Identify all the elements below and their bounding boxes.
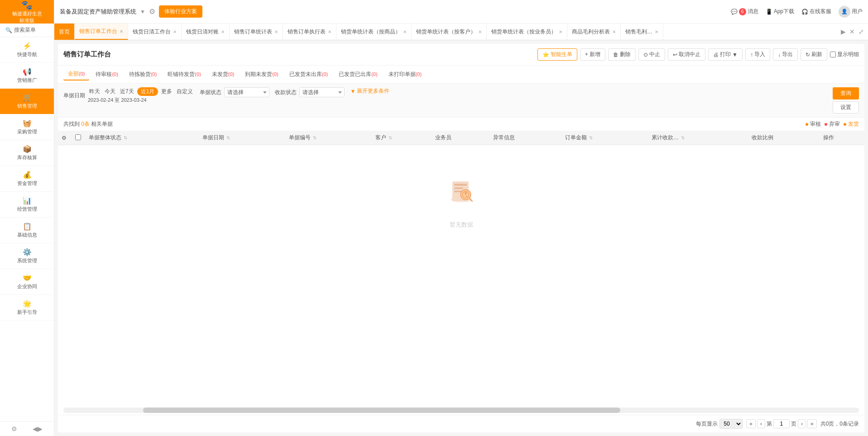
import-btn[interactable]: ↑ 导入 [745,48,770,61]
prev-page-btn[interactable]: ‹ [757,419,765,428]
sidebar-item-coop[interactable]: 🤝 企业协同 [0,269,54,295]
horizontal-scrollbar[interactable] [63,408,859,413]
last-page-btn[interactable]: » [807,419,817,428]
th-order-amount[interactable]: 订单金额 ⇅ [561,131,648,145]
per-page-select[interactable]: 10 20 50 100 [719,419,743,429]
sidebar-item-system[interactable]: ⚙️ 系统管理 [0,243,54,269]
sidebar-label-operations: 经营管理 [17,206,37,213]
sidebar-item-purchase[interactable]: 🧺 采购管理 [0,114,54,140]
th-settings[interactable]: ⚙ [58,131,72,145]
delete-icon: 🗑 [613,52,619,58]
tab-sales-workbench[interactable]: 销售订单工作台 ✕ [75,24,128,40]
ship-btn[interactable]: 发货 [844,120,859,128]
tab-sales-margin[interactable]: 销售毛利… ✕ [621,24,663,40]
tab-close-all-btn[interactable]: ✕ [848,28,856,35]
th-customer[interactable]: 客户 ⇅ [372,131,432,145]
sidebar-collapse-btn[interactable]: ◀▶ [33,425,43,432]
stop-btn[interactable]: ⊙ 中止 [638,48,665,61]
scrollbar-thumb[interactable] [143,408,620,413]
th-checkbox[interactable] [72,131,85,145]
sidebar-item-basics[interactable]: 📋 基础信息 [0,218,54,243]
tab-close-sales-workbench[interactable]: ✕ [120,29,123,34]
th-bill-date[interactable]: 单据日期 ⇅ [199,131,285,145]
tab-sales-staff-stats[interactable]: 销货单统计表（按业务员） ✕ [487,24,567,40]
refresh-btn[interactable]: ↻ 刷新 [801,48,827,61]
sidebar-settings-btn[interactable]: ⚙ [11,425,17,432]
sub-tab-shipped-out[interactable]: 已发货已出库(0) [334,69,382,80]
tab-sales-stats[interactable]: 销售订单统计表 ✕ [230,24,283,40]
online-service-btn[interactable]: 🎧 在线客服 [801,8,831,15]
sidebar-search[interactable]: 🔍 搜索菜单 [0,24,54,37]
sub-tab-unprinted[interactable]: 未打印单据(0) [384,69,426,80]
tab-cash-clearing[interactable]: 钱货日清工作台 ✕ [128,24,182,40]
tab-sales-exec[interactable]: 销售订单执行表 ✕ [283,24,336,40]
th-bill-status[interactable]: 单据整体状态 ⇅ [85,131,199,145]
sub-tab-shop-pending-ship[interactable]: 旺铺待发货(0) [163,69,205,80]
cancel-stop-btn[interactable]: ↩ 取消中止 [668,48,705,61]
select-all-checkbox[interactable] [75,134,81,140]
sidebar-item-finance[interactable]: 💰 资金管理 [0,166,54,192]
tab-home[interactable]: 首页 [54,24,75,40]
smart-create-btn[interactable]: ⭐ 智能生单 [537,48,577,61]
tab-close-sales-margin[interactable]: ✕ [655,29,658,34]
sidebar-item-sales[interactable]: 🛒 销售管理 [0,89,54,114]
date-opt-today[interactable]: 今天 [103,87,117,96]
date-opt-7days[interactable]: 近7天 [119,87,135,96]
topbar-settings-icon[interactable]: ⚙ [149,7,155,16]
topbar-dropdown-icon[interactable]: ▼ [140,9,145,15]
message-btn[interactable]: 💬 6 消息 [731,8,758,15]
next-page-btn[interactable]: › [798,419,806,428]
app-download-btn[interactable]: 📱 App下载 [766,8,794,15]
tab-close-cash-reconcile[interactable]: ✕ [221,29,225,34]
sidebar-item-operations[interactable]: 📊 经营管理 [0,192,54,218]
expand-filter-btn[interactable]: ▼ 展开更多条件 [350,87,389,95]
date-opt-1month[interactable]: 近1月 [137,87,158,96]
tab-close-cash-clearing[interactable]: ✕ [173,29,177,34]
trial-btn[interactable]: 体验行业方案 [159,5,202,18]
sub-tab-overdue-unshipped[interactable]: 到期未发货(0) [240,69,283,80]
user-menu[interactable]: 👤 用户 [839,6,863,18]
content-panel: 销售订单工作台 ⭐ 智能生单 + 新增 🗑 删除 ⊙ 中止 [58,44,864,432]
tab-close-sales-product[interactable]: ✕ [403,29,407,34]
tab-sales-product-stats[interactable]: 销货单统计表（按商品） ✕ [336,24,412,40]
page-input[interactable] [773,419,790,428]
finance-icon: 💰 [23,171,32,179]
delete-btn[interactable]: 🗑 删除 [608,48,636,61]
tab-close-sales-exec[interactable]: ✕ [328,29,331,34]
sub-tab-all[interactable]: 全部(0) [63,68,89,81]
cancel-review-btn[interactable]: 弃审 [825,120,840,128]
print-btn[interactable]: 🖨 打印 ▼ [708,48,743,61]
tab-close-sales-stats[interactable]: ✕ [274,29,278,34]
th-total-payment[interactable]: 累计收款… ⇅ [648,131,748,145]
tab-more-btn[interactable]: ▶ [839,28,847,35]
first-page-btn[interactable]: « [746,419,756,428]
sidebar-item-promo[interactable]: 📢 营销推广 [0,63,54,89]
export-btn[interactable]: ↓ 导出 [773,48,798,61]
show-detail-toggle[interactable]: 显示明细 [830,51,859,58]
date-opt-custom[interactable]: 自定义 [175,87,194,96]
filter-payment-select[interactable]: 请选择 [299,87,345,97]
sub-tab-pending-review[interactable]: 待审核(0) [91,69,122,80]
sidebar-item-quicknav[interactable]: ⚡ 快捷导航 [0,37,54,63]
sub-tab-shipped-not-out[interactable]: 已发货未出库(0) [285,69,332,80]
th-bill-number[interactable]: 单据编号 ⇅ [285,131,372,145]
set-btn[interactable]: 设置 [833,101,859,114]
tab-close-margin[interactable]: ✕ [612,29,616,34]
sidebar-item-inventory[interactable]: 📦 库存核算 [0,140,54,166]
tab-restore-btn[interactable]: ⤢ [857,28,865,35]
sub-tab-unshipped[interactable]: 未发货(0) [207,69,239,80]
review-btn[interactable]: 审核 [806,120,821,128]
date-opt-more[interactable]: 更多 [160,87,173,96]
date-opt-yesterday[interactable]: 昨天 [88,87,101,96]
sidebar-item-guide[interactable]: 🌟 新手引导 [0,295,54,321]
query-btn[interactable]: 查询 [833,87,859,100]
sub-tab-pending-check[interactable]: 待拣验货(0) [125,69,161,80]
tab-sales-customer-stats[interactable]: 销货单统计表（按客户） ✕ [412,24,487,40]
tab-close-sales-staff[interactable]: ✕ [559,29,562,34]
tab-cash-reconcile[interactable]: 钱货日清对账 ✕ [182,24,230,40]
show-detail-checkbox[interactable] [830,52,836,57]
filter-status-select[interactable]: 请选择 [224,87,269,97]
tab-margin-analysis[interactable]: 商品毛利分析表 ✕ [567,24,621,40]
tab-close-sales-customer[interactable]: ✕ [478,29,482,34]
add-btn[interactable]: + 新增 [580,48,605,61]
